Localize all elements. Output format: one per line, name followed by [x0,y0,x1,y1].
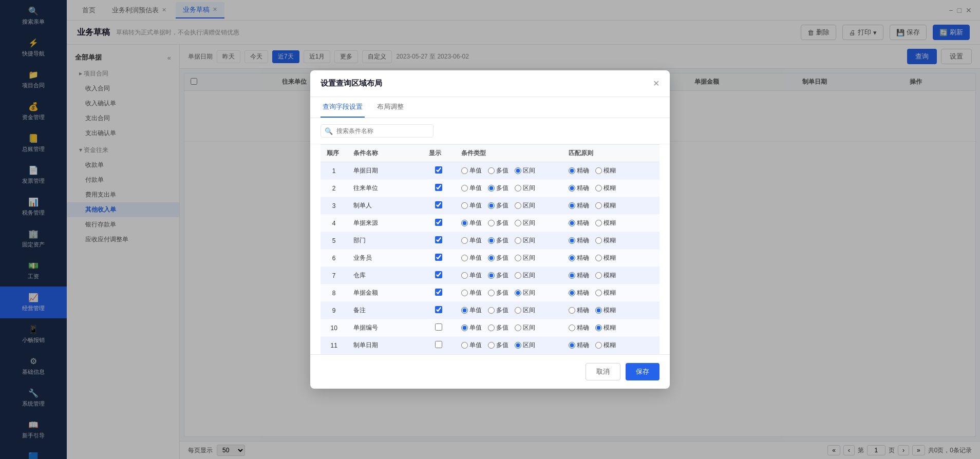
dialog-footer: 取消 保存 [310,354,670,389]
match-radio-precise[interactable]: 精确 [569,254,589,262]
type-radio-single[interactable]: 单值 [461,323,482,332]
dialog-tab-field-settings[interactable]: 查询字段设置 [321,97,365,118]
show-checkbox[interactable] [435,236,442,243]
type-radio-multi[interactable]: 多值 [488,236,508,245]
type-radio-range[interactable]: 区间 [515,289,535,297]
th-condition-type: 条件类型 [455,145,563,162]
match-radio-precise[interactable]: 精确 [569,219,589,227]
type-radio-range[interactable]: 区间 [515,254,535,262]
type-radio-range[interactable]: 区间 [515,271,535,280]
show-checkbox[interactable] [435,341,442,348]
match-radio-precise[interactable]: 精确 [569,166,589,175]
cell-match-rule: 精确模糊 [562,302,659,319]
cell-show [423,250,455,267]
match-radio-precise[interactable]: 精确 [569,306,589,315]
match-radio-precise[interactable]: 精确 [569,289,589,297]
match-radio-precise[interactable]: 精确 [569,271,589,280]
dialog-table-row: 7仓库单值多值区间精确模糊 [321,267,659,284]
cell-show [423,302,455,319]
dialog-title: 设置查询区域布局 [321,79,382,88]
type-radio-single[interactable]: 单值 [461,271,482,280]
match-radio-fuzzy[interactable]: 模糊 [595,219,616,227]
cell-condition-type: 单值多值区间 [455,215,563,232]
show-checkbox[interactable] [435,323,442,331]
type-radio-multi[interactable]: 多值 [488,254,508,262]
type-radio-range[interactable]: 区间 [515,201,535,210]
type-radio-range[interactable]: 区间 [515,219,535,227]
cell-condition-name: 单据日期 [347,162,423,180]
match-radio-fuzzy[interactable]: 模糊 [595,166,616,175]
type-radio-single[interactable]: 单值 [461,341,482,350]
type-radio-range[interactable]: 区间 [515,236,535,245]
type-radio-single[interactable]: 单值 [461,166,482,175]
match-radio-precise[interactable]: 精确 [569,323,589,332]
match-radio-fuzzy[interactable]: 模糊 [595,341,616,350]
cell-match-rule: 精确模糊 [562,267,659,284]
dialog-body: 顺序 条件名称 显示 条件类型 匹配原则 1单据日期单值多值区间精确模糊2往来单… [310,144,670,354]
type-radio-range[interactable]: 区间 [515,306,535,315]
type-radio-single[interactable]: 单值 [461,236,482,245]
cell-match-rule: 精确模糊 [562,215,659,232]
cancel-btn[interactable]: 取消 [586,363,620,380]
type-radio-multi[interactable]: 多值 [488,184,508,193]
dialog-table-row: 2往来单位单值多值区间精确模糊 [321,180,659,197]
type-radio-multi[interactable]: 多值 [488,166,508,175]
cell-order: 8 [321,284,347,302]
show-checkbox[interactable] [435,306,442,313]
dialog-save-btn[interactable]: 保存 [626,363,659,380]
show-checkbox[interactable] [435,201,442,208]
match-radio-fuzzy[interactable]: 模糊 [595,323,616,332]
type-radio-range[interactable]: 区间 [515,323,535,332]
th-order: 顺序 [321,145,347,162]
match-radio-fuzzy[interactable]: 模糊 [595,236,616,245]
dialog-table: 顺序 条件名称 显示 条件类型 匹配原则 1单据日期单值多值区间精确模糊2往来单… [321,144,659,354]
type-radio-single[interactable]: 单值 [461,219,482,227]
match-radio-precise[interactable]: 精确 [569,184,589,193]
match-radio-precise[interactable]: 精确 [569,341,589,350]
type-radio-single[interactable]: 单值 [461,184,482,193]
match-radio-precise[interactable]: 精确 [569,201,589,210]
th-match-rule: 匹配原则 [562,145,659,162]
match-radio-fuzzy[interactable]: 模糊 [595,271,616,280]
cell-condition-name: 单据编号 [347,319,423,337]
type-radio-single[interactable]: 单值 [461,201,482,210]
show-checkbox[interactable] [435,254,442,261]
type-radio-multi[interactable]: 多值 [488,289,508,297]
type-radio-range[interactable]: 区间 [515,184,535,193]
type-radio-single[interactable]: 单值 [461,306,482,315]
condition-search-input[interactable] [321,124,434,138]
type-radio-multi[interactable]: 多值 [488,306,508,315]
type-radio-range[interactable]: 区间 [515,166,535,175]
cell-order: 5 [321,232,347,250]
match-radio-fuzzy[interactable]: 模糊 [595,289,616,297]
th-condition-name: 条件名称 [347,145,423,162]
show-checkbox[interactable] [435,289,442,296]
type-radio-multi[interactable]: 多值 [488,271,508,280]
dialog: 设置查询区域布局 ✕ 查询字段设置 布局调整 🔍 顺序 [310,70,670,389]
dialog-tab-layout[interactable]: 布局调整 [375,97,406,118]
type-radio-range[interactable]: 区间 [515,341,535,350]
cell-condition-type: 单值多值区间 [455,232,563,250]
match-radio-precise[interactable]: 精确 [569,236,589,245]
type-radio-multi[interactable]: 多值 [488,201,508,210]
match-radio-fuzzy[interactable]: 模糊 [595,254,616,262]
type-radio-multi[interactable]: 多值 [488,323,508,332]
show-checkbox[interactable] [435,184,442,191]
show-checkbox[interactable] [435,219,442,226]
cell-condition-name: 仓库 [347,267,423,284]
cell-condition-name: 制单人 [347,197,423,215]
cell-condition-type: 单值多值区间 [455,284,563,302]
cell-show [423,267,455,284]
show-checkbox[interactable] [435,271,442,278]
type-radio-single[interactable]: 单值 [461,254,482,262]
match-radio-fuzzy[interactable]: 模糊 [595,184,616,193]
dialog-close-btn[interactable]: ✕ [653,79,659,88]
type-radio-single[interactable]: 单值 [461,289,482,297]
type-radio-multi[interactable]: 多值 [488,219,508,227]
cell-show [423,197,455,215]
cell-condition-type: 单值多值区间 [455,180,563,197]
match-radio-fuzzy[interactable]: 模糊 [595,201,616,210]
match-radio-fuzzy[interactable]: 模糊 [595,306,616,315]
type-radio-multi[interactable]: 多值 [488,341,508,350]
show-checkbox[interactable] [435,166,442,174]
